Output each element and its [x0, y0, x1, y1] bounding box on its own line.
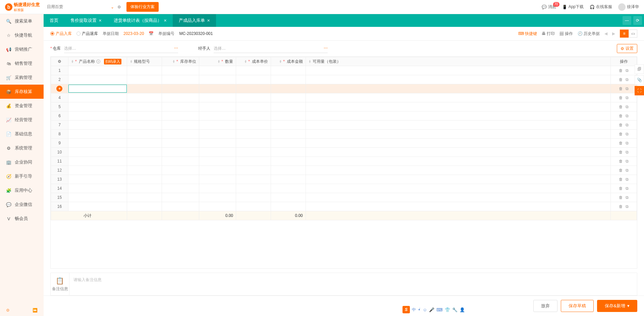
cell-avail[interactable]	[306, 139, 610, 148]
cell-amount[interactable]	[271, 139, 306, 148]
copy-row-icon[interactable]: ⧉	[626, 186, 629, 191]
cell-qty[interactable]	[199, 202, 236, 211]
next-doc-button[interactable]: ▶	[612, 31, 615, 36]
cell-spec[interactable]	[127, 202, 162, 211]
ime-lang[interactable]: 中	[412, 307, 416, 313]
table-row[interactable]: 8 🗑⧉	[51, 130, 637, 139]
delete-row-icon[interactable]: 🗑	[619, 77, 623, 82]
delete-row-icon[interactable]: 🗑	[619, 114, 623, 118]
doc-type-in-radio[interactable]: 产品入库	[50, 31, 72, 37]
table-row[interactable]: 1 🗑⧉	[51, 66, 637, 75]
table-row[interactable]: 6 🗑⧉	[51, 111, 637, 121]
cell-unit[interactable]	[162, 66, 199, 75]
sidebar-item-8[interactable]: 📄基础信息	[0, 127, 44, 141]
cell-amount[interactable]	[271, 130, 306, 139]
sidebar-item-12[interactable]: 🧩应用中心	[0, 183, 44, 197]
delete-row-icon[interactable]: 🗑	[619, 186, 623, 191]
cell-unit[interactable]	[162, 130, 199, 139]
cell-product-name[interactable]	[68, 184, 127, 193]
cell-spec[interactable]	[127, 148, 162, 157]
delete-row-icon[interactable]: 🗑	[619, 204, 623, 209]
cell-avail[interactable]	[306, 102, 610, 111]
delete-row-icon[interactable]: 🗑	[619, 195, 623, 200]
cell-price[interactable]	[236, 157, 271, 166]
cell-unit[interactable]	[162, 139, 199, 148]
cell-unit[interactable]	[162, 75, 199, 84]
cell-qty[interactable]	[199, 166, 236, 175]
cell-qty[interactable]	[199, 93, 236, 102]
cell-unit[interactable]	[162, 84, 199, 93]
sidebar-item-11[interactable]: 🧭新手引导	[0, 169, 44, 183]
cell-spec[interactable]	[127, 66, 162, 75]
cell-unit[interactable]	[162, 111, 199, 121]
copy-row-icon[interactable]: ⧉	[626, 177, 629, 182]
product-name-input[interactable]	[68, 85, 127, 93]
delete-row-icon[interactable]: 🗑	[619, 159, 623, 164]
cell-price[interactable]	[236, 202, 271, 211]
workspace-selector[interactable]: 日用百货 ⌄	[47, 4, 114, 10]
cell-price[interactable]	[236, 175, 271, 184]
copy-row-icon[interactable]: ⧉	[626, 104, 629, 109]
cell-product-name[interactable]	[68, 111, 127, 121]
sidebar-item-13[interactable]: 💬企业微信	[0, 197, 44, 212]
messages-button[interactable]: 💬 消息 70	[542, 4, 556, 10]
add-row-icon[interactable]: +	[56, 86, 62, 92]
copy-row-icon[interactable]: ⧉	[626, 150, 629, 154]
cell-avail[interactable]	[306, 75, 610, 84]
cell-product-name[interactable]	[68, 175, 127, 184]
cell-unit[interactable]	[162, 175, 199, 184]
cell-amount[interactable]	[271, 84, 306, 93]
cell-avail[interactable]	[306, 111, 610, 121]
cell-spec[interactable]	[127, 139, 162, 148]
cell-unit[interactable]	[162, 102, 199, 111]
close-icon[interactable]: ✕	[164, 18, 167, 23]
doc-type-out-radio[interactable]: 产品退库	[76, 31, 98, 37]
cell-price[interactable]	[236, 66, 271, 75]
col-price[interactable]: ▲▼*成本单价	[236, 57, 271, 66]
copy-row-icon[interactable]: ⧉	[626, 204, 629, 209]
cell-spec[interactable]	[127, 166, 162, 175]
sidebar-item-9[interactable]: ⚙系统管理	[0, 141, 44, 155]
cell-amount[interactable]	[271, 184, 306, 193]
copy-row-icon[interactable]: ⧉	[626, 123, 629, 127]
cell-price[interactable]	[236, 75, 271, 84]
operate-button[interactable]: ▦ 操作	[559, 31, 573, 37]
cell-product-name[interactable]	[68, 84, 127, 93]
cell-price[interactable]	[236, 93, 271, 102]
cell-amount[interactable]	[271, 202, 306, 211]
sidebar-item-7[interactable]: 📈经营管理	[0, 113, 44, 127]
sidebar-item-4[interactable]: 🛒采购管理	[0, 71, 44, 85]
print-button[interactable]: 🖶 打印	[542, 31, 555, 37]
cell-qty[interactable]	[199, 148, 236, 157]
tab-2[interactable]: 进货单统计表（按商品）✕	[108, 14, 173, 27]
cell-product-name[interactable]	[68, 66, 127, 75]
ime-skin-icon[interactable]: 👕	[445, 307, 450, 312]
save-and-new-button[interactable]: 保存&新增▾	[597, 300, 637, 312]
ime-punct-icon[interactable]: •́	[418, 307, 421, 312]
copy-row-icon[interactable]: ⧉	[626, 95, 629, 100]
table-row[interactable]: 4 🗑⧉	[51, 93, 637, 102]
cell-amount[interactable]	[271, 93, 306, 102]
cell-unit[interactable]	[162, 148, 199, 157]
copy-row-icon[interactable]: ⧉	[626, 114, 629, 118]
delete-row-icon[interactable]: 🗑	[619, 68, 623, 73]
cell-unit[interactable]	[162, 93, 199, 102]
cell-unit[interactable]	[162, 157, 199, 166]
cell-spec[interactable]	[127, 102, 162, 111]
cell-avail[interactable]	[306, 157, 610, 166]
cell-price[interactable]	[236, 84, 271, 93]
cell-product-name[interactable]	[68, 75, 127, 84]
app-download-button[interactable]: 📱 App下载	[562, 4, 584, 10]
tabs-minimize-button[interactable]: —	[623, 16, 631, 25]
table-row[interactable]: 11 🗑⧉	[51, 157, 637, 166]
cell-amount[interactable]	[271, 148, 306, 157]
delete-row-icon[interactable]: 🗑	[619, 150, 623, 154]
table-row[interactable]: 12 🗑⧉	[51, 166, 637, 175]
cell-avail[interactable]	[306, 166, 610, 175]
delete-row-icon[interactable]: 🗑	[619, 123, 623, 127]
cell-spec[interactable]	[127, 130, 162, 139]
sidebar-item-3[interactable]: 🛍销售管理	[0, 56, 44, 71]
tab-3[interactable]: 产成品入库单✕	[173, 14, 216, 27]
handler-select[interactable]: 选择… ⋯	[214, 44, 328, 53]
cell-spec[interactable]	[127, 93, 162, 102]
